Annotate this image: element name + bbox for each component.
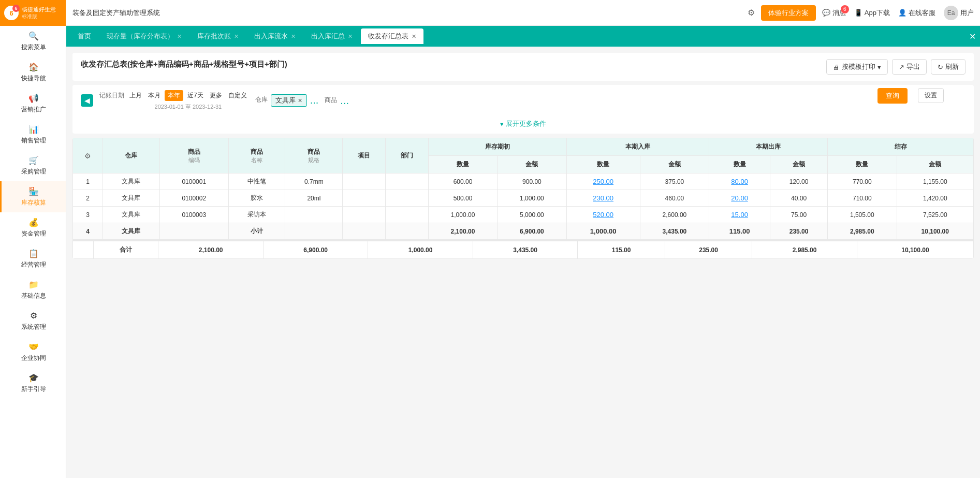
col-out-qty-header: 数量 (709, 156, 770, 173)
cell-balance-qty-2: 1,505.00 (828, 207, 897, 223)
date-7days-btn[interactable]: 近7天 (185, 90, 206, 101)
tab-2[interactable]: 库存批次账✕ (190, 28, 246, 44)
cell-in-qty-3: 1,000.00 (566, 223, 640, 240)
footer-in-amt: 3,435.00 (473, 241, 577, 259)
sidebar-item-system[interactable]: ⚙系统管理 (0, 306, 66, 337)
tab-0[interactable]: 首页 (70, 28, 98, 44)
sidebar-item-search[interactable]: 🔍搜索菜单 (0, 26, 66, 57)
date-filter-options: 上月 本月 本年 近7天 更多 自定义 2023-01-01 至 2023-12… (127, 90, 249, 111)
col-goods-spec-header: 商品规格 (285, 138, 343, 173)
online-service-btn[interactable]: 👤 在线客服 (898, 8, 935, 18)
warehouse-filter-section: 仓库 文具库 ✕ ... (255, 94, 319, 107)
footer-opening-qty: 2,100.00 (158, 241, 263, 259)
query-btn[interactable]: 查询 (877, 88, 908, 104)
col-balance-header: 结存 (828, 138, 974, 156)
date-last-month-btn[interactable]: 上月 (127, 90, 144, 101)
chevron-down-icon: ▾ (877, 63, 881, 71)
expand-filter-btn[interactable]: ▾ 展开更多条件 (500, 119, 546, 128)
col-settings-header: ⚙ (73, 138, 103, 173)
refresh-btn[interactable]: ↻ 刷新 (931, 59, 966, 75)
chevron-down-icon: ▾ (500, 120, 504, 128)
sidebar-item-sales[interactable]: 📊销售管理 (0, 119, 66, 150)
tab-4[interactable]: 出入库汇总✕ (304, 28, 360, 44)
cell-opening-amt-0: 900.00 (498, 173, 566, 190)
sidebar-label-enterprise: 企业协同 (21, 354, 46, 363)
message-btn[interactable]: 💬 消息 6 (822, 8, 846, 18)
cell-warehouse-1: 文具库 (103, 190, 159, 207)
app-download-btn[interactable]: 📱 App下载 (854, 8, 890, 18)
topbar-right: 💬 消息 6 📱 App下载 👤 在线客服 Ea 用户 (822, 6, 974, 20)
tab-3[interactable]: 出入库流水✕ (247, 28, 303, 44)
warehouse-tag[interactable]: 文具库 ✕ (271, 94, 307, 107)
footer-balance-amt: 10,100.00 (857, 241, 973, 259)
col-goods-name-header: 商品名称 (228, 138, 285, 173)
sidebar-item-quick-nav[interactable]: 🏠快捷导航 (0, 57, 66, 88)
goods-more-btn[interactable]: ... (340, 95, 349, 107)
col-balance-qty-header: 数量 (828, 156, 897, 173)
tab-5[interactable]: 收发存汇总表✕ (361, 28, 423, 44)
cell-department-1 (386, 190, 429, 207)
sidebar-item-purchase[interactable]: 🛒采购管理 (0, 150, 66, 181)
sidebar-item-finance[interactable]: 💰资金管理 (0, 212, 66, 243)
export-btn[interactable]: ↗ 导出 (892, 59, 927, 75)
cell-out-qty-0[interactable]: 80.00 (709, 173, 770, 190)
cell-out-qty-2[interactable]: 15.00 (709, 207, 770, 223)
cell-in-qty-1[interactable]: 230.00 (566, 190, 640, 207)
warehouse-more-btn[interactable]: ... (310, 94, 319, 106)
sidebar-label-sales: 销售管理 (21, 136, 46, 145)
print-btn[interactable]: 🖨 按模板打印 ▾ (826, 59, 888, 75)
cell-in-qty-2[interactable]: 520.00 (566, 207, 640, 223)
tab-bar: 首页现存量（库存分布表）✕库存批次账✕出入库流水✕出入库汇总✕收发存汇总表✕ ✕ (66, 26, 980, 47)
quick-nav-icon: 🏠 (28, 62, 39, 72)
filter-settings-btn[interactable]: 设置 (918, 88, 944, 103)
tab-close-2[interactable]: ✕ (234, 33, 239, 40)
warehouse-tag-remove-btn[interactable]: ✕ (298, 97, 302, 104)
table-row: 2 文具库 0100002 胶水 20ml 500.00 1,000.00 23… (73, 190, 974, 207)
sidebar-label-basic: 基础信息 (21, 292, 46, 300)
tab-bar-close-icon[interactable]: ✕ (969, 32, 976, 41)
date-this-year-btn[interactable]: 本年 (165, 90, 183, 101)
sidebar-item-basic[interactable]: 📁基础信息 (0, 274, 66, 306)
tab-close-5[interactable]: ✕ (412, 33, 416, 40)
sales-icon: 📊 (28, 124, 39, 134)
user-menu[interactable]: Ea 用户 (944, 6, 974, 20)
sidebar-item-enterprise[interactable]: 🤝企业协同 (0, 337, 66, 368)
cell-goods-spec-0: 0.7mm (285, 173, 343, 190)
tab-1[interactable]: 现存量（库存分布表）✕ (99, 28, 189, 44)
filter-collapse-btn[interactable]: ◀ (81, 94, 93, 107)
date-this-month-btn[interactable]: 本月 (146, 90, 163, 101)
sidebar-item-operations[interactable]: 📋经营管理 (0, 243, 66, 274)
tab-close-4[interactable]: ✕ (348, 33, 353, 40)
mobile-icon: 📱 (854, 9, 862, 17)
cell-balance-amt-1: 1,420.00 (897, 190, 973, 207)
cell-goods-spec-3 (285, 223, 343, 240)
col-project-header: 项目 (343, 138, 386, 173)
table-footer-row: 合计 2,100.00 6,900.00 1,000.00 3,435.00 1… (73, 241, 974, 259)
col-opening-header: 库存期初 (428, 138, 566, 156)
logo-app-name: 畅捷通好生意 (22, 6, 56, 13)
cell-balance-qty-1: 710.00 (828, 190, 897, 207)
tab-close-1[interactable]: ✕ (177, 33, 182, 40)
settings-icon[interactable]: ⚙ (748, 8, 755, 18)
date-custom-btn[interactable]: 自定义 (226, 90, 249, 101)
tab-close-3[interactable]: ✕ (291, 33, 296, 40)
cell-balance-amt-2: 7,525.00 (897, 207, 973, 223)
cell-in-qty-0[interactable]: 250.00 (566, 173, 640, 190)
operations-icon: 📋 (28, 249, 39, 258)
footer-in-qty: 1,000.00 (368, 241, 473, 259)
cell-out-amt-1: 40.00 (770, 190, 828, 207)
date-more-btn[interactable]: 更多 (208, 90, 224, 101)
sidebar-item-inventory[interactable]: 🏪库存核算 (0, 181, 66, 212)
cell-warehouse-0: 文具库 (103, 173, 159, 190)
sidebar-item-newbie[interactable]: 🎓新手引导 (0, 368, 66, 399)
cell-out-qty-1[interactable]: 20.00 (709, 190, 770, 207)
cell-goods-code-1: 0100002 (159, 190, 228, 207)
sidebar-item-marketing[interactable]: 📢营销推广 (0, 88, 66, 119)
footer-balance-qty: 2,985.00 (752, 241, 857, 259)
tab-label-2: 库存批次账 (197, 32, 231, 41)
table-settings-btn[interactable]: ⚙ (84, 152, 91, 160)
cell-in-amt-2: 2,600.00 (640, 207, 709, 223)
experience-btn[interactable]: 体验行业方案 (761, 5, 816, 21)
cell-warehouse-3: 文具库 (103, 223, 159, 240)
cell-balance-qty-3: 2,985.00 (828, 223, 897, 240)
